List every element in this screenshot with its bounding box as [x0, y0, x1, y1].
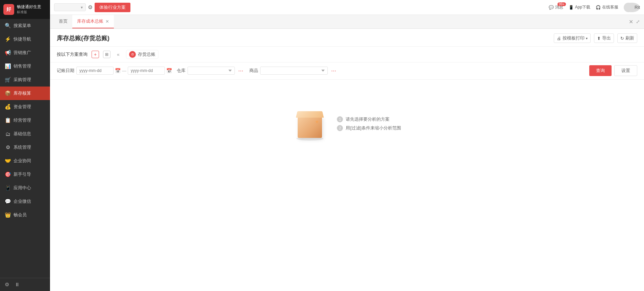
purchase-icon: 🛒: [5, 77, 11, 83]
message-badge: 99+: [558, 2, 566, 6]
apps-icon: 📱: [5, 185, 11, 191]
inventory-icon: 📦: [5, 90, 11, 96]
calendar-end-icon[interactable]: 📅: [166, 68, 172, 73]
date-end-input[interactable]: [128, 67, 165, 75]
sidebar-item-cooperation[interactable]: 🤝 企业协同: [0, 154, 50, 168]
filter-collapse-button[interactable]: «: [115, 51, 122, 58]
sidebar-item-search[interactable]: 🔍 搜索菜单: [0, 19, 50, 32]
guide-icon: 🎯: [5, 171, 11, 177]
settings-bottom-icon[interactable]: ⚙: [5, 282, 9, 288]
message-button[interactable]: 💬 消息 99+: [549, 4, 563, 10]
refresh-button[interactable]: ↻ 刷新: [617, 33, 637, 43]
topbar-right: 💬 消息 99+ 📱 App下载 🎧 在线客服 Rit: [549, 3, 640, 12]
panel-close-btn[interactable]: ✕: [629, 19, 633, 25]
page-header-actions: 🖨 按模板打印 ▾ ⬆ 导出 ↻ 刷新: [554, 33, 637, 43]
sidebar-item-marketing[interactable]: 📢 营销推广: [0, 46, 50, 59]
sidebar-item-apps[interactable]: 📱 应用中心: [0, 181, 50, 195]
sidebar-item-guide[interactable]: 🎯 新手引导: [0, 168, 50, 181]
content-area: 库存总账(存货总账) 🖨 按模板打印 ▾ ⬆ 导出 ↻ 刷新 按以下方案查询: [50, 29, 644, 291]
date-filter-field: 记账日期 📅 — 📅: [57, 67, 172, 75]
goods-more-icon[interactable]: ···: [330, 67, 338, 74]
cooperation-icon: 🤝: [5, 158, 11, 164]
app-download-button[interactable]: 📱 App下载: [569, 4, 590, 10]
sidebar-item-system[interactable]: ⚙ 系统管理: [0, 141, 50, 154]
page-title: 库存总账(存货总账): [57, 34, 109, 42]
sales-icon: 📊: [5, 63, 11, 69]
hint-text-2: 用[过滤]条件来缩小分析范围: [346, 125, 401, 131]
logo-icon: 好: [3, 4, 14, 15]
sidebar: 好 畅捷通好生意 标准版 🔍 搜索菜单 ⚡ 快捷导航 📢 营销推广 📊 销售管理…: [0, 0, 50, 291]
filter-bar: 按以下方案查询 + ⊞ « 存 存货总账: [50, 47, 644, 63]
finance-icon: 💰: [5, 104, 11, 110]
hint-text-1: 请先选择要分析的方案: [346, 116, 390, 122]
nav-display[interactable]: ▾: [54, 3, 86, 11]
warehouse-filter-field: 仓库 ···: [177, 67, 245, 75]
date-label: 记账日期: [57, 68, 74, 74]
hint-item-1: 1 请先选择要分析的方案: [337, 116, 401, 122]
tab-home[interactable]: 首页: [54, 15, 72, 28]
calendar-start-icon[interactable]: 📅: [115, 68, 121, 73]
nav-dropdown-icon: ▾: [81, 5, 83, 10]
tab-inventory-cost[interactable]: 库存成本总账 ✕: [72, 15, 114, 28]
user-avatar[interactable]: Rit: [624, 3, 640, 12]
trial-button[interactable]: 体验行业方案: [95, 3, 130, 12]
filter-label: 按以下方案查询: [57, 51, 88, 57]
phone-icon: 📱: [569, 5, 574, 10]
user-name: Rit: [635, 5, 640, 10]
headset-icon: 🎧: [596, 5, 601, 10]
filter-add-button[interactable]: +: [92, 51, 99, 58]
goods-label: 商品: [249, 68, 258, 74]
scheme-icon: 存: [129, 51, 136, 58]
member-icon: 👑: [5, 212, 11, 218]
empty-hints: 1 请先选择要分析的方案 2 用[过滤]条件来缩小分析范围: [337, 116, 401, 131]
sidebar-item-purchase[interactable]: 🛒 采购管理: [0, 73, 50, 87]
hint-num-1: 1: [337, 116, 343, 122]
export-button[interactable]: ⬆ 导出: [594, 33, 614, 43]
tab-close-icon[interactable]: ✕: [105, 19, 109, 24]
basic-icon: 🗂: [5, 131, 11, 137]
hint-num-2: 2: [337, 125, 343, 131]
sidebar-nav: 🔍 搜索菜单 ⚡ 快捷导航 📢 营销推广 📊 销售管理 🛒 采购管理 📦 库存核…: [0, 19, 50, 278]
sidebar-bottom: ⚙ ⏸: [0, 278, 50, 291]
empty-illustration: ★ 1 请先选择要分析的方案 2 用[过滤]条件来缩小分析范围: [293, 107, 401, 141]
goods-filter-field: 商品 ···: [249, 67, 338, 75]
scheme-item-label: 存货总账: [138, 51, 155, 57]
warehouse-label: 仓库: [177, 68, 185, 74]
marketing-icon: 📢: [5, 50, 11, 56]
sidebar-item-finance[interactable]: 💰 资金管理: [0, 100, 50, 114]
sidebar-item-wechat[interactable]: 💬 企业微信: [0, 195, 50, 208]
panel-resize-icon[interactable]: ⤢: [636, 19, 640, 24]
sidebar-item-member[interactable]: 👑 畅会员: [0, 208, 50, 222]
scheme-item[interactable]: 存 存货总账: [126, 50, 158, 59]
page-header: 库存总账(存货总账) 🖨 按模板打印 ▾ ⬆ 导出 ↻ 刷新: [50, 29, 644, 47]
logo-text: 畅捷通好生意: [17, 4, 41, 10]
logo-sub: 标准版: [17, 10, 41, 15]
collapse-icon[interactable]: ⏸: [15, 282, 20, 288]
goods-select[interactable]: [260, 67, 328, 75]
date-start-input[interactable]: [76, 67, 114, 75]
filter-row: 记账日期 📅 — 📅 仓库 ··· 商品: [50, 63, 644, 80]
sidebar-item-basic[interactable]: 🗂 基础信息: [0, 127, 50, 141]
sidebar-item-shortcut[interactable]: ⚡ 快捷导航: [0, 32, 50, 46]
filter-schema-button[interactable]: ⊞: [103, 51, 110, 58]
topbar: ▾ ⚙ 体验行业方案 💬 消息 99+ 📱 App下载 🎧 在线客服 Rit: [50, 0, 644, 15]
sidebar-item-operation[interactable]: 📋 经营管理: [0, 114, 50, 127]
warehouse-more-icon[interactable]: ···: [237, 67, 245, 74]
hint-item-2: 2 用[过滤]条件来缩小分析范围: [337, 125, 401, 131]
sidebar-item-inventory[interactable]: 📦 库存核算: [0, 87, 50, 100]
tabs-bar: 首页 库存成本总账 ✕ ✕ ⤢: [50, 15, 644, 29]
settings-button[interactable]: 设置: [614, 65, 637, 76]
sidebar-item-sales[interactable]: 📊 销售管理: [0, 59, 50, 73]
main-area: ▾ ⚙ 体验行业方案 💬 消息 99+ 📱 App下载 🎧 在线客服 Rit: [50, 0, 644, 291]
operation-icon: 📋: [5, 117, 11, 123]
export-icon: ⬆: [597, 36, 601, 41]
warehouse-select[interactable]: [188, 67, 235, 75]
online-service-button[interactable]: 🎧 在线客服: [596, 4, 618, 10]
message-icon: 💬: [549, 5, 554, 10]
query-button[interactable]: 查询: [589, 65, 612, 76]
wechat-icon: 💬: [5, 198, 11, 204]
settings-gear-icon[interactable]: ⚙: [88, 4, 93, 10]
sidebar-logo: 好 畅捷通好生意 标准版: [0, 0, 50, 19]
print-button[interactable]: 🖨 按模板打印 ▾: [554, 33, 591, 43]
empty-state: ★ 1 请先选择要分析的方案 2 用[过滤]条件来缩小分析范围: [50, 80, 644, 168]
